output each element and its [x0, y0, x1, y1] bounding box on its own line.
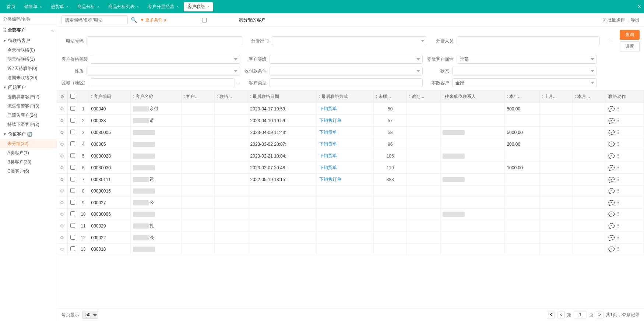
nav-product-analysis[interactable]: 商品分析 × — [74, 2, 103, 11]
nav-customer-contact[interactable]: 客户联络 × — [184, 2, 213, 11]
sidebar-item-7days[interactable]: 近7天待联络(0) — [0, 64, 57, 73]
row-checkbox[interactable] — [70, 153, 75, 158]
sidebar-search-input[interactable] — [3, 17, 57, 22]
filter-manager-input[interactable] — [457, 36, 600, 45]
sidebar-item-ungrouped[interactable]: 未分组(32) — [0, 139, 57, 148]
chat-icon[interactable]: 💬 — [608, 235, 615, 241]
close-product-list-icon[interactable]: × — [137, 5, 139, 9]
contact-way-link[interactable]: 下销货单 — [319, 130, 337, 135]
grid-action-icon[interactable]: ⠿ — [616, 118, 620, 124]
row-checkbox[interactable] — [70, 141, 75, 146]
close-product-analysis-icon[interactable]: × — [97, 5, 99, 9]
export-button[interactable]: ↓ 导出 — [628, 17, 640, 23]
row-checkbox-cell[interactable] — [67, 209, 78, 220]
row-gear[interactable]: ⚙ — [57, 244, 67, 255]
row-gear[interactable]: ⚙ — [57, 197, 67, 209]
checkbox-header[interactable] — [67, 91, 78, 103]
grid-action-icon[interactable]: ⠿ — [616, 211, 620, 217]
page-size-select[interactable]: 50 — [82, 311, 98, 319]
close-all-button[interactable]: × — [638, 3, 641, 10]
gear-header[interactable]: ⚙ — [57, 91, 67, 103]
nav-purchase[interactable]: 进货单 × — [47, 2, 72, 11]
row-checkbox[interactable] — [70, 165, 75, 170]
row-checkbox[interactable] — [70, 118, 75, 123]
chat-icon[interactable]: 💬 — [608, 211, 615, 217]
filter-nature-select[interactable] — [87, 67, 240, 75]
reset-button[interactable]: 设置 — [620, 41, 640, 52]
sidebar-item-tomorrow[interactable]: 明天待联络(1) — [0, 55, 57, 64]
first-page-button[interactable]: K — [547, 311, 555, 318]
row-checkbox-cell[interactable] — [67, 103, 78, 115]
close-customer-segment-icon[interactable]: × — [176, 5, 179, 9]
filter-customer-level-select[interactable] — [270, 55, 423, 64]
more-conditions-button[interactable]: ▼ 更多条件 ∧ — [140, 17, 167, 23]
sidebar-item-overdue[interactable]: 逾期未联络(30) — [0, 73, 57, 82]
region-dots-icon[interactable]: ··· — [236, 80, 240, 85]
nav-customer-segment[interactable]: 客户分层经营 × — [144, 2, 182, 11]
prev-page-button[interactable]: < — [557, 311, 565, 318]
grid-action-icon[interactable]: ⠿ — [616, 106, 620, 112]
sidebar-all-customers[interactable]: ⠿ 全部客户 « — [0, 25, 57, 36]
sidebar-item-declining[interactable]: 持续下滑客户(2) — [0, 120, 57, 129]
chat-icon[interactable]: 💬 — [608, 141, 615, 147]
row-gear[interactable]: ⚙ — [57, 209, 67, 220]
chat-icon[interactable]: 💬 — [608, 246, 615, 252]
row-gear[interactable]: ⚙ — [57, 115, 67, 127]
chat-icon[interactable]: 💬 — [608, 188, 615, 194]
row-checkbox-cell[interactable] — [67, 162, 78, 174]
grid-action-icon[interactable]: ⠿ — [616, 165, 620, 171]
row-checkbox[interactable] — [70, 246, 75, 251]
my-customers-checkbox[interactable] — [171, 18, 237, 22]
batch-op-button[interactable]: ☑ 批量操作 — [602, 17, 625, 23]
chat-icon[interactable]: 💬 — [608, 200, 615, 206]
filter-phone-input[interactable] — [87, 36, 242, 45]
sidebar-item-hoard-abnormal[interactable]: 囤购异常客户(2) — [0, 92, 57, 102]
contact-way-link[interactable]: 下销货单 — [319, 153, 337, 158]
row-checkbox-cell[interactable] — [67, 138, 78, 150]
grid-action-icon[interactable]: ⠿ — [616, 223, 620, 229]
chat-icon[interactable]: 💬 — [608, 106, 615, 112]
manager-dots-icon[interactable]: ··· — [609, 38, 612, 43]
search-confirm-button[interactable]: 查询 — [620, 30, 640, 40]
chat-icon[interactable]: 💬 — [608, 153, 615, 159]
row-checkbox[interactable] — [70, 130, 75, 134]
next-page-button[interactable]: > — [596, 311, 603, 318]
row-checkbox-cell[interactable] — [67, 186, 78, 197]
page-input[interactable] — [574, 311, 587, 318]
grid-action-icon[interactable]: ⠿ — [616, 235, 620, 241]
row-checkbox[interactable] — [70, 211, 75, 216]
row-checkbox[interactable] — [70, 235, 75, 240]
close-sales-icon[interactable]: × — [40, 5, 42, 9]
row-checkbox[interactable] — [70, 177, 75, 181]
sidebar-item-class-c[interactable]: C类客户(6) — [0, 167, 57, 176]
row-checkbox-cell[interactable] — [67, 115, 78, 127]
close-purchase-icon[interactable]: × — [66, 5, 68, 9]
filter-status-select[interactable] — [452, 67, 597, 75]
row-checkbox-cell[interactable] — [67, 244, 78, 255]
sidebar-group-problem[interactable]: ▼ 问题客户 — [0, 82, 57, 92]
search-input[interactable] — [61, 15, 128, 24]
filter-retail-attr-select[interactable]: 全部 — [457, 55, 597, 64]
filter-dept-select[interactable] — [272, 36, 427, 45]
filter-price-level-select[interactable] — [91, 55, 240, 64]
chat-icon[interactable]: 💬 — [608, 165, 615, 171]
chat-icon[interactable]: 💬 — [608, 130, 615, 135]
row-checkbox-cell[interactable] — [67, 220, 78, 232]
nav-home[interactable]: 首页 — [3, 2, 19, 11]
filter-customer-type-input[interactable] — [270, 78, 423, 87]
row-gear[interactable]: ⚙ — [57, 127, 67, 138]
row-gear[interactable]: ⚙ — [57, 103, 67, 115]
contact-way-link[interactable]: 下销售订单 — [319, 177, 341, 182]
row-checkbox[interactable] — [70, 106, 75, 111]
grid-action-icon[interactable]: ⠿ — [616, 177, 620, 183]
sidebar-group-value[interactable]: ▼ 价值客户 🔄 — [0, 129, 57, 139]
row-checkbox[interactable] — [70, 188, 75, 193]
contact-way-link[interactable]: 下销货单 — [319, 165, 337, 170]
nav-product-analysis-list[interactable]: 商品分析列表 × — [105, 2, 143, 11]
sidebar-item-today[interactable]: 今天待联络(0) — [0, 46, 57, 55]
filter-payment-select[interactable] — [270, 67, 423, 75]
chat-icon[interactable]: 💬 — [608, 118, 615, 124]
collapse-icon[interactable]: « — [51, 28, 54, 33]
sidebar-group-pending-contact[interactable]: ▼ 待联络客户 — [0, 36, 57, 46]
filter-region-input[interactable] — [91, 78, 235, 87]
